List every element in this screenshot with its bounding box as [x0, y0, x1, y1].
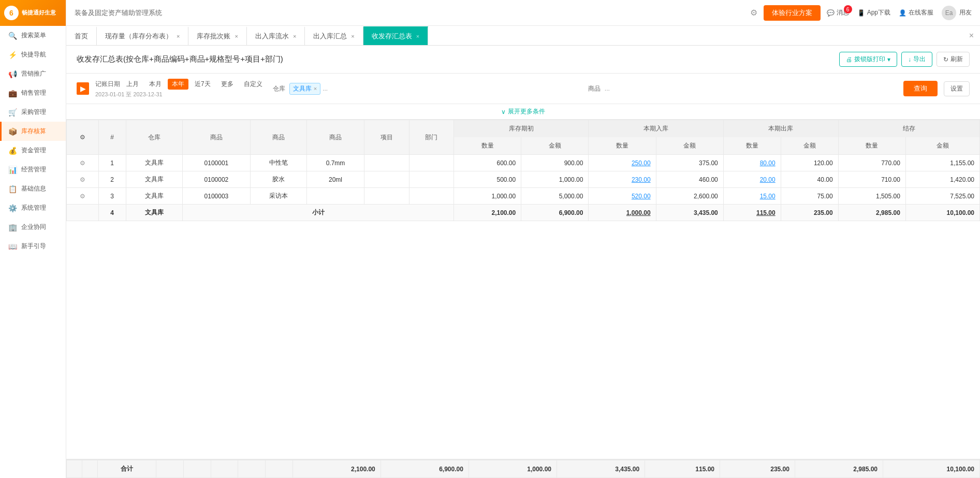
row-out-qty[interactable]: 20.00 [723, 171, 781, 188]
row-close-qty: 1,505.00 [838, 188, 905, 205]
topbar: 装备及固定资产辅助管理系统 ⚙ 体验行业方案 💬 消息 6 📱 App下载 👤 … [66, 0, 980, 26]
row-settings[interactable]: ⚙ [67, 188, 99, 205]
row-num: 3 [98, 188, 126, 205]
total-close-amt: 10,100.00 [883, 460, 980, 478]
sidebar-item-guide[interactable]: 📖新手引导 [0, 237, 66, 256]
data-table-container: ⚙ # 仓库 商品 商品 商品 项目 部门 库存期初 本期入库 本期出库 结存 [66, 120, 980, 459]
tab-in-out-flow[interactable]: 出入库流水× [247, 26, 305, 45]
row-out-qty[interactable]: 15.00 [723, 188, 781, 205]
row-warehouse: 文具库 [126, 188, 183, 205]
export-icon: ↓ [908, 56, 911, 63]
tab-home[interactable]: 首页 [66, 26, 97, 45]
online-service-action[interactable]: 👤 在线客服 [899, 8, 933, 17]
user-action[interactable]: Ea 用友 [942, 6, 972, 20]
row-num: 1 [98, 155, 126, 171]
trial-button[interactable]: 体验行业方案 [764, 5, 821, 21]
subtotal-row: 4 文具库 小计 2,100.00 6,900.00 1,000.00 3,43… [67, 205, 980, 221]
row-in-qty[interactable]: 230.00 [589, 171, 656, 188]
app-logo: 6 畅捷通好生意 [0, 0, 66, 26]
system-title: 装备及固定资产辅助管理系统 [75, 8, 744, 18]
date-btn-this-month[interactable]: 本月 [145, 79, 166, 90]
tab-bar: 首页现存量（库存分布表）×库存批次账×出入库流水×出入库汇总×收发存汇总表×× [66, 26, 980, 46]
goods-more-button[interactable]: ... [605, 85, 610, 92]
goods-filter: 商品 ... [588, 84, 897, 93]
row-open-amt: 900.00 [521, 155, 589, 171]
row-project [364, 155, 409, 171]
sidebar-item-system[interactable]: ⚙️系统管理 [0, 198, 66, 218]
col-settings-header[interactable]: ⚙ [67, 120, 99, 155]
sidebar-item-finance[interactable]: 💰资金管理 [0, 141, 66, 160]
sidebar-item-sales[interactable]: 💼销售管理 [0, 83, 66, 103]
system-icon: ⚙️ [8, 204, 17, 212]
date-btn-7days[interactable]: 近7天 [191, 79, 215, 90]
sidebar-item-basic[interactable]: 📋基础信息 [0, 179, 66, 198]
tab-in-out-summary[interactable]: 出入库汇总× [305, 26, 363, 45]
sidebar-item-inventory[interactable]: 📦库存核算 [0, 122, 66, 141]
row-in-qty[interactable]: 520.00 [589, 188, 656, 205]
tab-receipt-summary[interactable]: 收发存汇总表× [363, 26, 428, 45]
row-in-amt: 2,600.00 [656, 188, 723, 205]
close-all-tabs-button[interactable]: × [963, 27, 980, 45]
refresh-button[interactable]: ↻ 刷新 [937, 52, 970, 67]
message-icon: 💬 [827, 9, 835, 17]
filter-toggle-button[interactable]: ▶ [77, 82, 89, 95]
tab-close-icon[interactable]: × [351, 33, 354, 39]
tab-close-icon[interactable]: × [177, 33, 180, 39]
warehouse-filter: 仓库 文具库 × ... [273, 83, 582, 95]
row-open-qty: 1,000.00 [454, 188, 521, 205]
subtotal-in-amt: 3,435.00 [656, 205, 723, 221]
date-btn-more[interactable]: 更多 [217, 79, 238, 90]
date-btn-custom[interactable]: 自定义 [240, 79, 267, 90]
warehouse-tag-close-icon[interactable]: × [314, 85, 317, 92]
subtotal-in-qty[interactable]: 1,000.00 [589, 205, 656, 221]
expand-more-button[interactable]: ∨ 展开更多条件 [499, 105, 547, 118]
col-opening-header: 库存期初 [454, 120, 589, 138]
sidebar-item-label: 库存核算 [21, 127, 46, 136]
online-service-label: 在线客服 [909, 8, 933, 17]
export-button[interactable]: ↓ 导出 [901, 52, 932, 67]
subtotal-open-amt: 6,900.00 [521, 205, 589, 221]
settings-icon[interactable]: ⚙ [750, 8, 757, 18]
sidebar-item-marketing[interactable]: 📢营销推广 [0, 64, 66, 83]
row-goods-name: 采访本 [250, 188, 307, 205]
purchase-icon: 🛒 [8, 108, 17, 117]
subtotal-num: 4 [98, 205, 126, 221]
tab-batch-ledger[interactable]: 库存批次账× [188, 26, 246, 45]
app-download-action[interactable]: 📱 App下载 [857, 8, 890, 17]
subtotal-out-qty[interactable]: 115.00 [723, 205, 781, 221]
sidebar-item-purchase[interactable]: 🛒采购管理 [0, 103, 66, 122]
date-btn-this-year[interactable]: 本年 [168, 79, 188, 90]
tab-close-icon[interactable]: × [293, 33, 296, 39]
sidebar-item-quick-nav[interactable]: ⚡快捷导航 [0, 45, 66, 64]
row-spec: 0.7mm [307, 155, 364, 171]
topbar-actions: 💬 消息 6 📱 App下载 👤 在线客服 Ea 用友 [827, 6, 972, 20]
table-footer: 合计 2,100.00 6,900.00 1,000.00 3,435.00 1… [66, 459, 980, 478]
tab-close-icon[interactable]: × [416, 33, 419, 39]
user-label: 用友 [959, 8, 972, 17]
messages-badge: 6 [844, 5, 852, 13]
warehouse-tag[interactable]: 文具库 × [289, 83, 320, 95]
row-out-qty[interactable]: 80.00 [723, 155, 781, 171]
date-btn-last-month[interactable]: 上月 [122, 79, 143, 90]
col-close-amt-header: 金额 [905, 137, 979, 155]
tab-inventory-dist[interactable]: 现存量（库存分布表）× [97, 26, 188, 45]
filter-settings-button[interactable]: 设置 [944, 81, 970, 96]
row-settings[interactable]: ⚙ [67, 155, 99, 171]
sidebar-item-enterprise[interactable]: 🏢企业协同 [0, 218, 66, 237]
sidebar-item-operations[interactable]: 📊经营管理 [0, 160, 66, 179]
warehouse-more-button[interactable]: ... [323, 85, 328, 92]
row-in-qty[interactable]: 250.00 [589, 155, 656, 171]
print-button[interactable]: 🖨 拨锁版打印 ▾ [839, 52, 897, 67]
row-settings[interactable]: ⚙ [67, 171, 99, 188]
row-spec [307, 188, 364, 205]
row-dept [409, 188, 454, 205]
tab-close-icon[interactable]: × [235, 33, 238, 39]
operations-icon: 📊 [8, 166, 17, 174]
sidebar-item-label: 系统管理 [21, 204, 46, 212]
query-button[interactable]: 查询 [903, 81, 938, 96]
messages-action[interactable]: 💬 消息 6 [827, 8, 849, 17]
sidebar-item-search[interactable]: 🔍搜索菜单 [0, 26, 66, 45]
basic-icon: 📋 [8, 185, 17, 193]
col-code-header: 商品 [183, 120, 250, 155]
row-out-amt: 75.00 [781, 188, 838, 205]
